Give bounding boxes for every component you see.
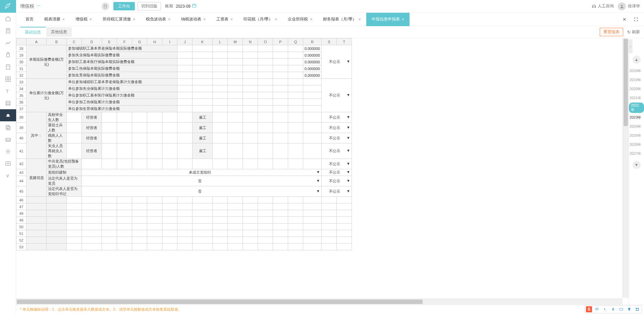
cell-G53[interactable] bbox=[132, 244, 147, 250]
cell-K47[interactable] bbox=[193, 203, 213, 210]
cell-E47[interactable] bbox=[102, 203, 117, 210]
cell-G40[interactable] bbox=[132, 133, 147, 143]
rail-collapse-handle[interactable]: ‹ bbox=[629, 40, 632, 53]
row-header-49[interactable]: 49 bbox=[16, 217, 26, 224]
consult-link[interactable]: 人工咨询 bbox=[592, 3, 614, 9]
cell-R50[interactable] bbox=[303, 224, 322, 230]
cell-M41[interactable] bbox=[228, 143, 243, 159]
cell-B50[interactable] bbox=[47, 224, 67, 230]
cell-T47[interactable] bbox=[336, 203, 352, 210]
cell-J38[interactable] bbox=[177, 112, 193, 123]
cell-H39[interactable] bbox=[147, 123, 162, 133]
cell-O33[interactable] bbox=[258, 79, 273, 85]
cell-Q35[interactable] bbox=[288, 92, 303, 99]
cell-P40[interactable] bbox=[273, 133, 288, 143]
cell-N30[interactable] bbox=[243, 59, 258, 65]
cell-D45[interactable]: 否▼ bbox=[82, 186, 322, 197]
cell-D51[interactable] bbox=[82, 230, 102, 237]
col-header-K[interactable]: K bbox=[193, 39, 213, 45]
cell-P37[interactable] bbox=[273, 106, 288, 112]
ime-mic-icon[interactable] bbox=[610, 306, 616, 312]
cell-I50[interactable] bbox=[162, 224, 177, 230]
year-2023年[interactable]: 2023年 bbox=[629, 113, 644, 122]
cell-S41[interactable]: 不公示▼ bbox=[321, 143, 352, 159]
col-header-J[interactable]: J bbox=[177, 39, 193, 45]
year-2026年[interactable]: 2026年 bbox=[629, 140, 644, 149]
cell-G39[interactable] bbox=[132, 123, 147, 133]
cell-R33[interactable] bbox=[303, 79, 322, 85]
cell-M37[interactable] bbox=[228, 106, 243, 112]
fullscreen-icon[interactable] bbox=[632, 15, 640, 23]
cell-R39[interactable] bbox=[303, 123, 322, 133]
cell-K46[interactable] bbox=[193, 197, 213, 203]
tab-5[interactable]: 纳税波动表× bbox=[176, 13, 211, 26]
cell-Q53[interactable] bbox=[288, 244, 303, 250]
col-header-I[interactable]: I bbox=[162, 39, 177, 45]
row-header-44[interactable]: 44 bbox=[16, 176, 26, 186]
cell-R30[interactable]: 0.000000 bbox=[303, 59, 322, 65]
sidebar-item-home[interactable] bbox=[0, 13, 16, 25]
year-2022年[interactable]: 2022年 bbox=[629, 103, 644, 113]
cell-N49[interactable] bbox=[243, 217, 258, 224]
cell-I47[interactable] bbox=[162, 203, 177, 210]
cell-R48[interactable] bbox=[303, 210, 322, 217]
cell-C35[interactable]: 单位参加职工基本医疗保险累计欠缴金额 bbox=[67, 92, 177, 99]
cell-O28[interactable] bbox=[258, 45, 273, 52]
col-header-A[interactable]: A bbox=[26, 39, 47, 45]
cell-E46[interactable] bbox=[102, 197, 117, 203]
cell-O35[interactable] bbox=[258, 92, 273, 99]
year-2018年[interactable]: 2018年 bbox=[629, 66, 644, 75]
cell-J48[interactable] bbox=[177, 210, 193, 217]
cell-Q32[interactable] bbox=[288, 72, 303, 79]
cell-M34[interactable] bbox=[228, 85, 243, 92]
cell-O49[interactable] bbox=[258, 217, 273, 224]
cell-F49[interactable] bbox=[117, 217, 132, 224]
cell-D48[interactable] bbox=[82, 210, 102, 217]
cell-C37[interactable]: 单位参加生育保险累计欠缴金额 bbox=[67, 106, 177, 112]
col-header-M[interactable]: M bbox=[228, 39, 243, 45]
cell-A52[interactable] bbox=[26, 237, 47, 244]
cell-K51[interactable] bbox=[193, 230, 213, 237]
cell-N47[interactable] bbox=[243, 203, 258, 210]
cell-Q39[interactable] bbox=[288, 123, 303, 133]
cell-C28[interactable]: 参加城镇职工基本养老保险本期实际缴费金额 bbox=[67, 45, 177, 52]
cell-Q49[interactable] bbox=[288, 217, 303, 224]
cell-G46[interactable] bbox=[132, 197, 147, 203]
user-menu[interactable]: 徐泽华 bbox=[618, 2, 640, 10]
cell-Q29[interactable] bbox=[288, 52, 303, 59]
cell-J42[interactable] bbox=[177, 159, 193, 169]
cell-J37[interactable] bbox=[177, 106, 193, 112]
cell-S48[interactable] bbox=[321, 210, 336, 217]
year-2027年[interactable]: 2027年 bbox=[629, 149, 644, 158]
cell-H38[interactable] bbox=[147, 112, 162, 123]
cell-P51[interactable] bbox=[273, 230, 288, 237]
cell-I46[interactable] bbox=[162, 197, 177, 203]
reset-button[interactable]: 重置报表 bbox=[600, 28, 623, 36]
cell-K49[interactable] bbox=[193, 217, 213, 224]
cell-E48[interactable] bbox=[102, 210, 117, 217]
row-header-36[interactable]: 36 bbox=[16, 99, 26, 106]
cell-M47[interactable] bbox=[228, 203, 243, 210]
cell-B38[interactable]: 高校毕业生人数 bbox=[47, 112, 67, 123]
year-2025年[interactable]: 2025年 bbox=[629, 131, 644, 140]
cell-Q36[interactable] bbox=[288, 99, 303, 106]
cell-F46[interactable] bbox=[117, 197, 132, 203]
row-header-45[interactable]: 45 bbox=[16, 186, 26, 197]
cell-A47[interactable] bbox=[26, 203, 47, 210]
vertical-scrollbar[interactable] bbox=[623, 38, 629, 298]
cell-N38[interactable] bbox=[243, 112, 258, 123]
cell-E41[interactable] bbox=[102, 143, 117, 159]
cell-G38[interactable] bbox=[132, 112, 147, 123]
cell-C34[interactable]: 单位参加失业保险累计欠缴金额 bbox=[67, 85, 177, 92]
tab-7[interactable]: 印花税（月/季）× bbox=[238, 13, 282, 26]
cell-D52[interactable] bbox=[82, 237, 102, 244]
row-header-53[interactable]: 53 bbox=[16, 244, 26, 250]
sidebar-item-gear[interactable] bbox=[0, 145, 16, 158]
cell-Q47[interactable] bbox=[288, 203, 303, 210]
cell-F51[interactable] bbox=[117, 230, 132, 237]
cell-O50[interactable] bbox=[258, 224, 273, 230]
cell-O41[interactable] bbox=[258, 143, 273, 159]
row-header-38[interactable]: 38 bbox=[16, 112, 26, 123]
cell-P35[interactable] bbox=[273, 92, 288, 99]
cell-P52[interactable] bbox=[273, 237, 288, 244]
